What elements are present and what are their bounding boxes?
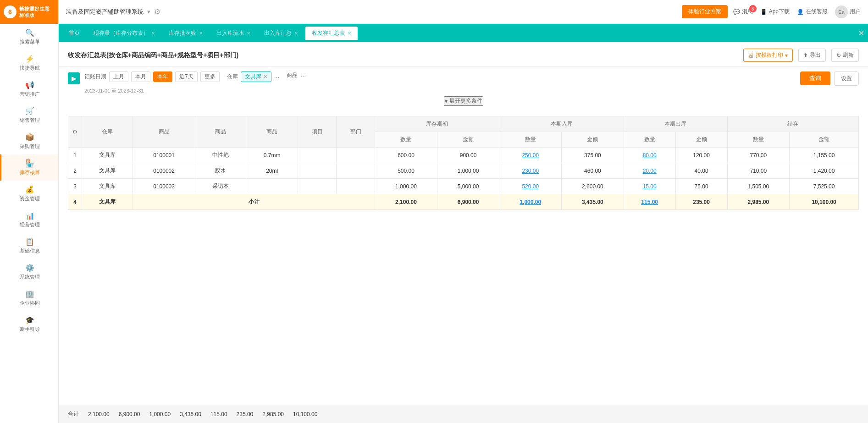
in-qty-link[interactable]: 230.00 xyxy=(522,168,539,174)
more-date-btn[interactable]: 更多 xyxy=(200,71,220,82)
refresh-btn[interactable]: ↻ 刷新 xyxy=(831,49,859,62)
sidebar-item-quick[interactable]: ⚡ 快捷导航 xyxy=(0,50,58,76)
subtotal-in-qty-link[interactable]: 1,000.00 xyxy=(520,199,541,205)
user-label: 用户 xyxy=(850,8,861,16)
message-action[interactable]: 💬 消息 6 xyxy=(733,8,753,16)
in-qty-link[interactable]: 250.00 xyxy=(522,152,539,159)
warehouse-value: 文具库 xyxy=(245,73,261,81)
sidebar-item-label: 营销推广 xyxy=(20,91,40,98)
tab-home[interactable]: 首页 xyxy=(62,27,86,40)
row-out-qty[interactable]: 20.00 xyxy=(624,163,675,179)
tab-stock-dist[interactable]: 现存量（库存分布表） ✕ xyxy=(87,27,161,40)
online-service-action[interactable]: 👤 在线客服 xyxy=(797,8,828,16)
subtotal-in-qty[interactable]: 1,000.00 xyxy=(499,194,562,210)
sidebar-item-purchase[interactable]: 📦 采购管理 xyxy=(0,128,58,154)
row-in-qty[interactable]: 250.00 xyxy=(499,148,562,163)
tab-batch-label: 库存批次账 xyxy=(169,29,196,37)
tab-close-icon[interactable]: ✕ xyxy=(247,31,250,36)
warehouse-remove-icon[interactable]: ✕ xyxy=(263,74,267,80)
row-out-qty[interactable]: 15.00 xyxy=(624,179,675,194)
row-no: 1 xyxy=(68,148,82,163)
tab-close-icon[interactable]: ✕ xyxy=(199,31,203,36)
tab-inout-flow[interactable]: 出入库流水 ✕ xyxy=(210,27,257,40)
row-bal-qty: 710.00 xyxy=(727,163,790,179)
sidebar-item-sales[interactable]: 🛒 销售管理 xyxy=(0,102,58,128)
sidebar-logo: 6 畅捷通好生意 标准版 xyxy=(0,0,58,24)
in-qty-link[interactable]: 520.00 xyxy=(522,183,539,190)
this-year-btn[interactable]: 本年 xyxy=(153,71,172,82)
sales-icon: 🛒 xyxy=(25,107,34,115)
sidebar-item-label: 库存核算 xyxy=(20,169,40,176)
row-product-spec: 0.7mm xyxy=(246,148,298,163)
enterprise-icon: 🏢 xyxy=(25,290,34,298)
th-settings[interactable]: ⚙ xyxy=(68,116,82,148)
filter-toggle-btn[interactable]: ▶ xyxy=(68,72,80,84)
avatar: Ea xyxy=(835,5,848,18)
trial-btn[interactable]: 体验行业方案 xyxy=(682,5,728,18)
query-btn[interactable]: 查询 xyxy=(800,71,830,85)
th-out: 本期出库 xyxy=(624,116,727,132)
tab-close-icon[interactable]: ✕ xyxy=(348,31,351,36)
sidebar-item-inventory[interactable]: 🏪 库存核算 xyxy=(0,154,58,181)
total-out-qty: 115.00 xyxy=(210,411,227,418)
th-project: 项目 xyxy=(298,116,337,148)
sidebar-item-operation[interactable]: 📊 经营管理 xyxy=(0,207,58,233)
row-product-spec xyxy=(246,179,298,194)
warehouse-filter-label: 仓库 xyxy=(227,73,238,81)
dropdown-icon[interactable]: ▾ xyxy=(147,8,150,15)
th-open-qty: 数量 xyxy=(375,132,437,148)
this-month-btn[interactable]: 本月 xyxy=(131,71,150,82)
last-month-btn[interactable]: 上月 xyxy=(109,71,128,82)
export-btn[interactable]: ⬆ 导出 xyxy=(798,49,826,62)
app-download-action[interactable]: 📱 App下载 xyxy=(760,8,790,16)
warehouse-more-icon[interactable]: ··· xyxy=(274,73,280,81)
tab-recv-send[interactable]: 收发存汇总表 ✕ xyxy=(305,27,358,40)
user-action[interactable]: Ea 用户 xyxy=(835,5,861,18)
out-qty-link[interactable]: 15.00 xyxy=(643,183,657,190)
column-settings-btn[interactable]: 设置 xyxy=(834,71,859,86)
row-product-name: 中性笔 xyxy=(195,148,246,163)
sidebar-item-label: 新手引导 xyxy=(20,326,40,333)
online-service-label: 在线客服 xyxy=(806,8,828,16)
print-btn[interactable]: 🖨 按模板打印 ▾ xyxy=(743,49,793,62)
page-title: 收发存汇总表(按仓库+商品编码+商品+规格型号+项目+部门) xyxy=(68,51,238,60)
tabs-close-all[interactable]: ✕ xyxy=(858,29,864,38)
sidebar-item-marketing[interactable]: 📢 营销推广 xyxy=(0,76,58,102)
subtotal-no: 4 xyxy=(68,194,82,210)
product-filter-label: 商品 xyxy=(287,71,298,79)
sidebar-item-finance[interactable]: 💰 资金管理 xyxy=(0,181,58,207)
subtotal-out-qty-link[interactable]: 115.00 xyxy=(641,199,658,205)
row-in-qty[interactable]: 230.00 xyxy=(499,163,562,179)
sidebar-item-system[interactable]: ⚙️ 系统管理 xyxy=(0,259,58,285)
tab-inout-summary[interactable]: 出入库汇总 ✕ xyxy=(258,27,304,40)
expand-more-label: 展开更多条件 xyxy=(449,97,482,105)
th-product-name: 商品 xyxy=(195,116,246,148)
tab-close-icon[interactable]: ✕ xyxy=(151,31,155,36)
filter-more-row: ▾ 展开更多条件 xyxy=(68,94,859,108)
sidebar-item-enterprise[interactable]: 🏢 企业协同 xyxy=(0,285,58,311)
sidebar-item-basic[interactable]: 📋 基础信息 xyxy=(0,233,58,259)
out-qty-link[interactable]: 20.00 xyxy=(643,168,657,174)
row-out-amt: 75.00 xyxy=(675,179,727,194)
out-qty-link[interactable]: 80.00 xyxy=(643,152,657,159)
row-in-amt: 2,600.00 xyxy=(562,179,624,194)
total-open-amt: 6,900.00 xyxy=(119,411,140,418)
last-7-days-btn[interactable]: 近7天 xyxy=(175,71,198,82)
row-out-qty[interactable]: 80.00 xyxy=(624,148,675,163)
row-open-qty: 600.00 xyxy=(375,148,437,163)
row-in-qty[interactable]: 520.00 xyxy=(499,179,562,194)
subtotal-open-qty: 2,100.00 xyxy=(375,194,437,210)
product-more-icon[interactable]: ··· xyxy=(300,72,306,79)
sidebar-item-search[interactable]: 🔍 搜索菜单 xyxy=(0,24,58,50)
subtotal-out-qty[interactable]: 115.00 xyxy=(624,194,675,210)
content-area: 收发存汇总表(按仓库+商品编码+商品+规格型号+项目+部门) 🖨 按模板打印 ▾… xyxy=(59,42,868,405)
expand-more-btn[interactable]: ▾ 展开更多条件 xyxy=(444,96,483,106)
row-product-name: 采访本 xyxy=(195,179,246,194)
sidebar-item-guide[interactable]: 🎓 新手引导 xyxy=(0,311,58,337)
table-settings-icon[interactable]: ⚙ xyxy=(72,129,77,135)
tab-close-icon[interactable]: ✕ xyxy=(294,31,298,36)
row-no: 2 xyxy=(68,163,82,179)
settings-icon[interactable]: ⚙ xyxy=(154,7,160,16)
tab-batch[interactable]: 库存批次账 ✕ xyxy=(162,27,209,40)
sidebar-item-label: 系统管理 xyxy=(20,274,40,280)
